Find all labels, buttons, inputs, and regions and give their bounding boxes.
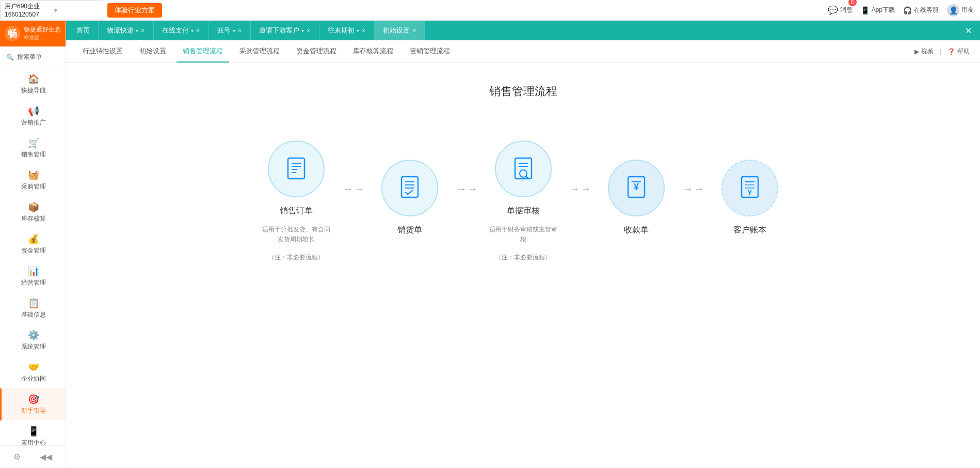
- home-icon: 🏠: [28, 73, 39, 85]
- sub-tab-industry-settings[interactable]: 行业特性设置: [76, 40, 129, 63]
- main-content: 销售管理流程: [66, 63, 980, 468]
- sidebar-item-marketing-promo[interactable]: 📢 营销推广: [0, 100, 66, 132]
- video-icon: ▶: [914, 48, 919, 55]
- sidebar-item-label: 资金管理: [21, 246, 46, 255]
- message-label: 消息: [840, 6, 853, 14]
- svg-text:¥: ¥: [634, 182, 639, 192]
- nav-tab-opening[interactable]: 往来期初 ▾ ✕: [319, 21, 375, 40]
- help-link[interactable]: ❓ 帮助: [947, 47, 970, 56]
- sidebar-controls: ⚙ ◀◀: [0, 445, 66, 468]
- sidebar-item-inventory[interactable]: 📦 库存核算: [0, 196, 66, 228]
- message-icon: 💬: [828, 5, 838, 15]
- sub-tabs-right: ▶ 视频 | ❓ 帮助: [914, 47, 970, 56]
- clipboard-icon: 📋: [28, 298, 39, 309]
- sidebar-item-sales-mgmt[interactable]: 🛒 销售管理: [0, 132, 66, 164]
- sub-tab-inventory-flow[interactable]: 库存核算流程: [347, 40, 399, 63]
- online-service-button[interactable]: 🎧 在线客服: [903, 6, 939, 14]
- mobile-icon: 📱: [28, 426, 39, 437]
- flow-circle-sales-invoice: [381, 160, 438, 216]
- message-badge: 6: [848, 0, 857, 6]
- sub-tab-inventory-label: 库存核算流程: [353, 46, 393, 56]
- question-icon: ❓: [947, 48, 955, 55]
- box-icon: 📦: [28, 201, 39, 213]
- close-icon[interactable]: ✕: [412, 27, 416, 34]
- divider: |: [940, 48, 941, 55]
- close-icon[interactable]: ✕: [196, 27, 200, 34]
- message-button[interactable]: 💬 6 消息: [828, 5, 853, 15]
- sidebar-item-finance[interactable]: 💰 资金管理: [0, 228, 66, 260]
- sidebar-item-purchase-mgmt[interactable]: 🧺 采购管理: [0, 164, 66, 196]
- settings-button[interactable]: ⚙: [9, 450, 25, 464]
- svg-rect-11: [515, 158, 532, 179]
- sub-tabs-bar: 行业特性设置 初始设置 销售管理流程 采购管理流程 资金管理流程 库存核算流程 …: [66, 40, 980, 63]
- sidebar-item-enterprise-collab[interactable]: 🤝 企业协同: [0, 356, 66, 388]
- chevron-icon: ▾: [301, 28, 304, 34]
- collapse-button[interactable]: ◀◀: [36, 450, 56, 464]
- nav-tab-logistics[interactable]: 物流快递 ▾ ✕: [99, 21, 154, 40]
- user-menu[interactable]: 👤 用友: [947, 4, 974, 17]
- sub-tab-initial-label: 初始设置: [139, 46, 166, 56]
- flow-step-title-ledger: 客户账本: [733, 225, 766, 236]
- sub-tab-marketing-flow[interactable]: 营销管理流程: [404, 40, 456, 63]
- video-label: 视频: [921, 47, 934, 56]
- mobile-icon: 📱: [861, 6, 870, 14]
- close-icon[interactable]: ✕: [237, 27, 242, 34]
- flow-circle-receipt: ¥: [608, 160, 665, 216]
- flow-step-audit[interactable]: 单据审核 适用于财务审核或主管审核 （注：非必要流程）: [482, 141, 565, 263]
- sidebar-item-basic-info[interactable]: 📋 基础信息: [0, 292, 66, 324]
- flow-circle-ledger: ¥: [721, 160, 778, 216]
- chevron-icon: ▾: [191, 28, 194, 34]
- sub-tab-finance-flow[interactable]: 资金管理流程: [290, 40, 343, 63]
- svg-rect-2: [288, 158, 304, 179]
- flow-arrow-3: → →: [570, 183, 590, 221]
- nav-tab-invite[interactable]: 邀请下游客户 ▾ ✕: [251, 21, 319, 40]
- chevron-icon: ▾: [136, 28, 138, 34]
- header-left: 用户690企业1660120507 ▼ 体验行业方案: [0, 0, 162, 20]
- close-all-tabs-button[interactable]: ✕: [959, 26, 978, 36]
- close-icon[interactable]: ✕: [140, 27, 145, 34]
- nav-tab-payment[interactable]: 在线支付 ▾ ✕: [154, 21, 209, 40]
- flow-step-desc-sales-order: 适用于分批发货、有合同发货周期较长: [260, 225, 332, 244]
- sub-tab-purchase-flow[interactable]: 采购管理流程: [233, 40, 286, 63]
- sidebar-item-new-guide[interactable]: 🎯 新手引导: [0, 388, 66, 420]
- sidebar-nav: 🏠 快捷导航 📢 营销推广 🛒 销售管理 🧺 采购管理 📦 库存核算 💰: [0, 68, 66, 445]
- search-menu-button[interactable]: 🔍 搜索菜单: [4, 51, 61, 64]
- flow-step-sales-invoice[interactable]: 销货单: [368, 160, 451, 244]
- online-service-label: 在线客服: [914, 6, 939, 14]
- nav-tabs-bar: 首页 物流快递 ▾ ✕ 在线支付 ▾ ✕ 账号 ▾ ✕ 邀请下游客户 ▾ ✕: [66, 21, 980, 40]
- nav-tab-initial-setup[interactable]: 初始设置 ✕: [375, 21, 425, 40]
- flow-step-ledger[interactable]: ¥ 客户账本: [709, 160, 791, 244]
- nav-tab-home-label: 首页: [76, 26, 90, 35]
- close-icon[interactable]: ✕: [361, 27, 366, 34]
- flow-step-title-sales-order: 销售订单: [280, 206, 313, 216]
- sales-invoice-icon: [396, 174, 423, 202]
- user-selector[interactable]: 用户690企业1660120507 ▼: [0, 0, 103, 20]
- sidebar-item-label: 库存核算: [21, 214, 46, 223]
- close-icon[interactable]: ✕: [306, 27, 311, 34]
- nav-tab-account[interactable]: 账号 ▾ ✕: [209, 21, 251, 40]
- sidebar-item-app-center[interactable]: 📱 应用中心: [0, 420, 66, 445]
- flow-arrow-1: → →: [343, 183, 363, 221]
- video-link[interactable]: ▶ 视频: [914, 47, 934, 56]
- flow-arrow-2: → →: [456, 183, 477, 221]
- sidebar-search-area: 🔍 搜索菜单: [0, 46, 66, 68]
- svg-text:¥: ¥: [748, 189, 752, 197]
- top-header: 用户690企业1660120507 ▼ 体验行业方案 💬 6 消息 📱 App下…: [0, 0, 980, 21]
- sub-tab-sales-flow[interactable]: 销售管理流程: [176, 40, 229, 63]
- user-name: 用友: [961, 6, 974, 14]
- app-download-button[interactable]: 📱 App下载: [861, 6, 895, 14]
- sidebar-item-quick-nav[interactable]: 🏠 快捷导航: [0, 68, 66, 100]
- flow-step-sales-order[interactable]: 销售订单 适用于分批发货、有合同发货周期较长 （注：非必要流程）: [255, 141, 338, 263]
- handshake-icon: 🤝: [28, 362, 39, 373]
- sidebar-item-sys-mgmt[interactable]: ⚙️ 系统管理: [0, 324, 66, 356]
- sub-tab-marketing-label: 营销管理流程: [410, 46, 450, 56]
- sidebar-item-ops-mgmt[interactable]: 📊 经营管理: [0, 260, 66, 292]
- sub-tab-initial-setup[interactable]: 初始设置: [133, 40, 172, 63]
- nav-tab-home[interactable]: 首页: [68, 21, 99, 40]
- search-menu-label: 搜索菜单: [17, 53, 42, 61]
- trial-button[interactable]: 体验行业方案: [107, 3, 162, 18]
- sidebar-logo: 畅 畅捷通好生意 标准版: [0, 21, 66, 46]
- flow-step-receipt[interactable]: ¥ 收款单: [595, 160, 678, 244]
- nav-tab-payment-label: 在线支付: [162, 26, 189, 35]
- audit-icon: [510, 155, 537, 183]
